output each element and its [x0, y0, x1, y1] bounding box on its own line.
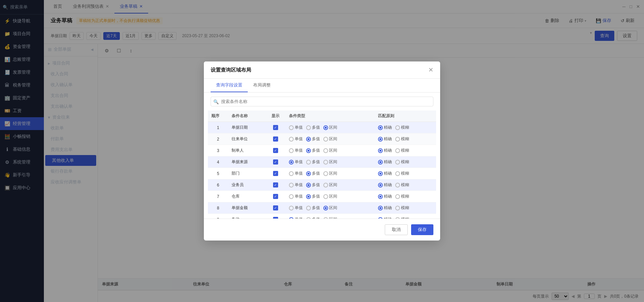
cell-cond-type: 单值多值区间 — [286, 156, 375, 168]
match-radio-item-模糊[interactable]: 模糊 — [395, 171, 409, 176]
cell-display[interactable]: ✓ — [265, 156, 286, 168]
display-checkbox[interactable]: ✓ — [273, 182, 278, 187]
cell-display[interactable]: ✓ — [265, 191, 286, 202]
radio-item-区间[interactable]: 区间 — [323, 194, 337, 199]
save-button[interactable]: 保存 — [411, 224, 433, 235]
match-radio-label: 模糊 — [401, 217, 409, 219]
match-radio-item-模糊[interactable]: 模糊 — [395, 136, 409, 142]
radio-item-多值[interactable]: 多值 — [306, 159, 320, 165]
match-radio-circle — [395, 171, 400, 176]
radio-item-区间[interactable]: 区间 — [323, 125, 337, 130]
match-radio-label: 模糊 — [401, 205, 409, 211]
cell-display[interactable]: ✓ — [265, 202, 286, 214]
modal-table-wrap: 顺序 条件名称 显示 条件类型 匹配原则 1单据日期✓单值多值区间精确模糊2往来… — [204, 110, 440, 219]
cell-cond-type: 单值多值区间 — [286, 168, 375, 179]
match-radio-item-精确[interactable]: 精确 — [378, 125, 392, 130]
modal-footer: 取消 保存 — [204, 219, 440, 241]
cell-cond-name: 单据日期 — [228, 122, 265, 133]
radio-label: 区间 — [329, 194, 337, 199]
match-radio-item-模糊[interactable]: 模糊 — [395, 159, 409, 165]
cell-cond-name: 备注 — [228, 214, 265, 219]
display-checkbox[interactable]: ✓ — [273, 171, 278, 176]
match-radio-circle — [378, 137, 383, 142]
modal-tab-field-settings[interactable]: 查询字段设置 — [211, 79, 248, 92]
cell-cond-type: 单值多值区间 — [286, 179, 375, 191]
radio-item-多值[interactable]: 多值 — [306, 125, 320, 130]
radio-item-多值[interactable]: 多值 — [306, 171, 320, 176]
radio-item-多值[interactable]: 多值 — [306, 194, 320, 199]
display-checkbox[interactable]: ✓ — [273, 136, 278, 142]
radio-item-单值[interactable]: 单值 — [289, 182, 303, 188]
radio-label: 单值 — [295, 205, 303, 211]
cell-display[interactable]: ✓ — [265, 145, 286, 156]
radio-item-单值[interactable]: 单值 — [289, 148, 303, 153]
cell-order: 3 — [208, 145, 228, 156]
radio-label: 单值 — [295, 194, 303, 199]
radio-item-单值[interactable]: 单值 — [289, 217, 303, 219]
radio-circle — [289, 171, 294, 176]
radio-label: 单值 — [295, 182, 303, 188]
radio-item-区间[interactable]: 区间 — [323, 159, 337, 165]
radio-item-多值[interactable]: 多值 — [306, 205, 320, 211]
modal-search-input[interactable] — [211, 97, 433, 106]
radio-item-单值[interactable]: 单值 — [289, 159, 303, 165]
display-checkbox[interactable]: ✓ — [273, 159, 278, 165]
radio-label: 单值 — [295, 148, 303, 153]
radio-item-区间[interactable]: 区间 — [323, 148, 337, 153]
cell-display[interactable]: ✓ — [265, 214, 286, 219]
cancel-button[interactable]: 取消 — [385, 224, 408, 235]
radio-item-区间[interactable]: 区间 — [323, 205, 337, 211]
radio-item-单值[interactable]: 单值 — [289, 125, 303, 130]
radio-item-单值[interactable]: 单值 — [289, 194, 303, 199]
match-radio-item-精确[interactable]: 精确 — [378, 182, 392, 188]
match-radio-item-精确[interactable]: 精确 — [378, 217, 392, 219]
modal-overlay[interactable]: 设置查询区域布局 ✕ 查询字段设置 布局调整 🔍 顺序 条件名称 显示 — [0, 0, 644, 302]
cell-order: 1 — [208, 122, 228, 133]
cell-display[interactable]: ✓ — [265, 179, 286, 191]
match-radio-label: 精确 — [384, 217, 392, 219]
display-checkbox[interactable]: ✓ — [273, 217, 278, 219]
match-radio-item-模糊[interactable]: 模糊 — [395, 194, 409, 199]
radio-item-区间[interactable]: 区间 — [323, 171, 337, 176]
radio-label: 区间 — [329, 159, 337, 165]
radio-label: 区间 — [329, 125, 337, 130]
cell-display[interactable]: ✓ — [265, 168, 286, 179]
radio-label: 多值 — [312, 136, 320, 142]
match-radio-label: 精确 — [384, 182, 392, 188]
radio-item-区间[interactable]: 区间 — [323, 182, 337, 188]
display-checkbox[interactable]: ✓ — [273, 205, 278, 210]
radio-circle — [306, 183, 311, 187]
match-radio-item-模糊[interactable]: 模糊 — [395, 217, 409, 219]
radio-circle — [306, 125, 311, 130]
display-checkbox[interactable]: ✓ — [273, 194, 278, 199]
radio-item-单值[interactable]: 单值 — [289, 205, 303, 211]
match-radio-item-精确[interactable]: 精确 — [378, 148, 392, 153]
table-row: 7仓库✓单值多值区间精确模糊 — [208, 191, 436, 202]
match-radio-item-精确[interactable]: 精确 — [378, 171, 392, 176]
match-radio-item-精确[interactable]: 精确 — [378, 136, 392, 142]
match-radio-circle — [378, 194, 383, 199]
match-radio-item-模糊[interactable]: 模糊 — [395, 182, 409, 188]
match-radio-label: 精确 — [384, 159, 392, 165]
modal-tab-layout-settings[interactable]: 布局调整 — [248, 79, 276, 92]
radio-item-单值[interactable]: 单值 — [289, 136, 303, 142]
radio-item-多值[interactable]: 多值 — [306, 217, 320, 219]
match-radio-item-精确[interactable]: 精确 — [378, 205, 392, 211]
cell-display[interactable]: ✓ — [265, 133, 286, 145]
display-checkbox[interactable]: ✓ — [273, 148, 278, 153]
radio-item-多值[interactable]: 多值 — [306, 148, 320, 153]
display-checkbox[interactable]: ✓ — [273, 125, 278, 130]
match-radio-item-精确[interactable]: 精确 — [378, 159, 392, 165]
radio-item-区间[interactable]: 区间 — [323, 217, 337, 219]
radio-item-多值[interactable]: 多值 — [306, 136, 320, 142]
radio-item-单值[interactable]: 单值 — [289, 171, 303, 176]
cell-display[interactable]: ✓ — [265, 122, 286, 133]
match-radio-item-精确[interactable]: 精确 — [378, 194, 392, 199]
match-radio-item-模糊[interactable]: 模糊 — [395, 148, 409, 153]
radio-item-区间[interactable]: 区间 — [323, 136, 337, 142]
match-radio-item-模糊[interactable]: 模糊 — [395, 205, 409, 211]
modal-close-btn[interactable]: ✕ — [428, 66, 433, 74]
cell-match-rule: 精确模糊 — [375, 122, 436, 133]
radio-item-多值[interactable]: 多值 — [306, 182, 320, 188]
match-radio-item-模糊[interactable]: 模糊 — [395, 125, 409, 130]
